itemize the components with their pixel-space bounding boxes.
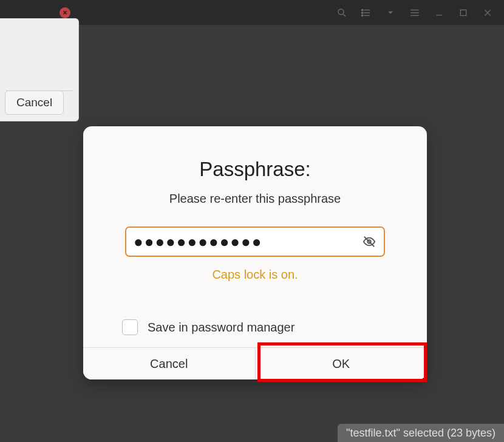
save-password-checkbox[interactable] bbox=[122, 319, 138, 335]
list-icon[interactable] bbox=[361, 7, 372, 18]
hamburger-icon[interactable] bbox=[409, 7, 420, 18]
svg-point-0 bbox=[338, 9, 344, 15]
window-close-icon[interactable] bbox=[482, 7, 493, 18]
svg-line-1 bbox=[343, 14, 346, 16]
search-icon[interactable] bbox=[336, 7, 347, 18]
cancel-button[interactable]: Cancel bbox=[83, 348, 256, 379]
dialog-button-row: Cancel OK bbox=[83, 347, 427, 379]
close-glyph: × bbox=[63, 8, 67, 17]
caps-lock-warning: Caps lock is on. bbox=[212, 268, 298, 282]
maximize-icon[interactable] bbox=[458, 7, 469, 18]
status-text: "testfile.txt" selected (23 bytes) bbox=[346, 427, 495, 440]
status-bar: "testfile.txt" selected (23 bytes) bbox=[338, 424, 504, 442]
close-icon[interactable]: × bbox=[60, 7, 70, 18]
passphrase-input[interactable] bbox=[134, 233, 362, 251]
svg-point-7 bbox=[362, 15, 363, 16]
svg-point-6 bbox=[362, 12, 363, 13]
save-password-label: Save in password manager bbox=[148, 321, 295, 335]
svg-rect-12 bbox=[460, 10, 466, 15]
side-popover: Cancel bbox=[0, 18, 79, 121]
popover-cancel-button[interactable]: Cancel bbox=[5, 90, 64, 115]
titlebar-left: × bbox=[60, 7, 70, 18]
ok-button[interactable]: OK bbox=[256, 348, 427, 379]
svg-point-5 bbox=[362, 9, 363, 10]
save-row: Save in password manager bbox=[122, 319, 381, 335]
chevron-down-icon[interactable] bbox=[385, 7, 396, 18]
titlebar-right bbox=[336, 7, 499, 18]
password-field-wrap[interactable] bbox=[125, 226, 385, 257]
minimize-icon[interactable] bbox=[434, 7, 444, 18]
eye-off-icon[interactable] bbox=[362, 234, 376, 249]
popover-separator bbox=[6, 90, 72, 91]
dialog-title: Passphrase: bbox=[199, 158, 310, 181]
dialog-body: Passphrase: Please re-enter this passphr… bbox=[83, 126, 427, 347]
passphrase-dialog: Passphrase: Please re-enter this passphr… bbox=[83, 126, 427, 379]
dialog-subtitle: Please re-enter this passphrase bbox=[169, 192, 341, 206]
